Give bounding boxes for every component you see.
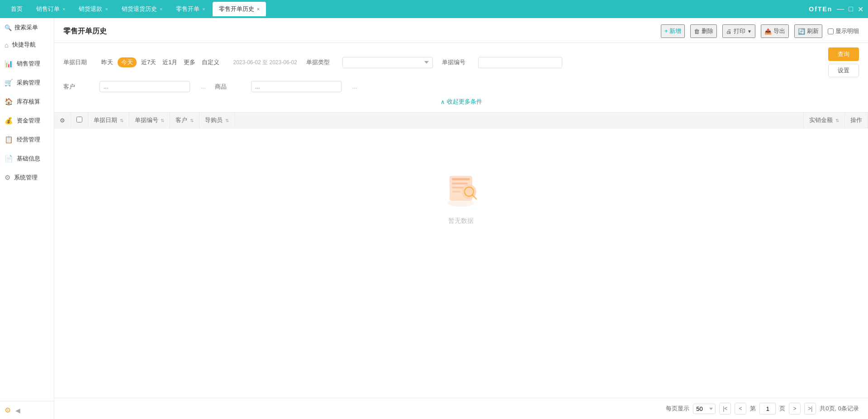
sidebar-item-basic-info[interactable]: 📄基础信息	[0, 149, 54, 168]
sidebar-bottom: ⚙ ◀	[0, 401, 54, 419]
sidebar-item-business[interactable]: 📋经营管理	[0, 130, 54, 149]
table-body: 暂无数据	[54, 128, 868, 262]
th-customer: 客户 ⇅	[170, 113, 199, 128]
query-buttons: 查询 设置	[828, 47, 859, 77]
toolbar: + 新增 🗑 删除 🖨 打印 ▼ 📤 导出 🔄 刷新	[661, 24, 859, 38]
maximize-button[interactable]: □	[849, 5, 853, 13]
date-opt-more[interactable]: 更多	[182, 57, 197, 67]
page-size-select[interactable]: 50 10 20 100	[693, 404, 716, 414]
print-chevron-icon: ▼	[747, 29, 752, 34]
sidebar-icon-business: 📋	[5, 136, 13, 144]
sidebar-item-sales-mgmt[interactable]: 📊销售管理	[0, 54, 54, 73]
delete-button[interactable]: 🗑 删除	[690, 24, 717, 38]
page-label-before: 第	[750, 405, 756, 413]
page-first-button[interactable]: |<	[719, 403, 731, 414]
filter-row-2: 客户 ... 商品 ...	[63, 81, 859, 92]
sidebar-item-inventory[interactable]: 🏠库存核算	[0, 92, 54, 111]
sidebar-search[interactable]: 🔍 搜索采单	[0, 18, 54, 35]
sidebar-item-sys-mgmt[interactable]: ⚙系统管理	[0, 168, 54, 187]
tab-close-sales-return-history[interactable]: ×	[160, 6, 162, 12]
collapse-more-button[interactable]: ∧ 收起更多条件	[63, 96, 859, 108]
th-gear[interactable]: ⚙	[54, 113, 71, 128]
export-button[interactable]: 📤 导出	[761, 24, 789, 38]
doc-type-select[interactable]	[342, 57, 433, 68]
date-opt-yesterday[interactable]: 昨天	[100, 57, 115, 67]
date-filter-label: 单据日期	[63, 58, 90, 66]
show-detail-checkbox[interactable]	[828, 28, 834, 34]
print-button[interactable]: 🖨 打印 ▼	[722, 24, 755, 38]
refresh-label: 刷新	[807, 27, 819, 35]
table-header-row: ⚙ 单据日期 ⇅ 单据编号 ⇅ 客户 ⇅	[54, 113, 868, 128]
th-salesperson: 导购员 ⇅	[199, 113, 234, 128]
amount-sort-icon[interactable]: ⇅	[835, 118, 839, 123]
customer-label: 客户	[63, 83, 90, 91]
sidebar-item-purchase-mgmt[interactable]: 🛒采购管理	[0, 73, 54, 92]
add-button[interactable]: + 新增	[661, 24, 685, 38]
tab-list: 首页销售订单×销货退款×销货退货历史×零售开单×零售开单历史×	[5, 2, 809, 16]
date-opt-last7[interactable]: 近7天	[139, 57, 158, 67]
goods-more-icon[interactable]: ...	[352, 83, 357, 90]
tab-sales-return-history[interactable]: 销货退货历史×	[115, 2, 169, 16]
empty-text: 暂无数据	[448, 217, 474, 225]
customer-more-icon[interactable]: ...	[201, 83, 206, 90]
doc-number-input[interactable]	[478, 57, 562, 68]
filter-settings-button[interactable]: 设置	[828, 64, 859, 77]
page-total-info: 共0页, 0条记录	[820, 405, 859, 413]
date-opt-today[interactable]: 今天	[118, 57, 137, 67]
salesperson-sort-icon[interactable]: ⇅	[225, 118, 229, 123]
goods-label: 商品	[215, 83, 242, 91]
collapse-chevron-icon: ∧	[441, 99, 445, 105]
page-number-input[interactable]: 1	[759, 403, 776, 414]
page-header: 零售开单历史 + 新增 🗑 删除 🖨 打印 ▼ 📤 导出 🔄	[54, 18, 868, 43]
sidebar-label-inventory: 库存核算	[17, 98, 40, 106]
goods-input[interactable]	[251, 81, 342, 92]
pagination-bar: 每页显示 50 10 20 100 |< < 第 1 页 > >| 共0页, 0…	[54, 398, 868, 419]
delete-label: 删除	[702, 27, 713, 35]
collapse-label: 收起更多条件	[447, 98, 482, 106]
sidebar-gear-button[interactable]: ⚙	[5, 406, 11, 414]
number-sort-icon[interactable]: ⇅	[161, 118, 164, 123]
tab-close-sales-order[interactable]: ×	[62, 6, 65, 12]
sidebar-icon-purchase-mgmt: 🛒	[5, 79, 13, 87]
sidebar-item-finance[interactable]: 💰资金管理	[0, 111, 54, 130]
top-bar: 首页销售订单×销货退款×销货退货历史×零售开单×零售开单历史× OfTEn — …	[0, 0, 868, 18]
date-opt-last_month[interactable]: 近1月	[161, 57, 179, 67]
tab-sales-return[interactable]: 销货退款×	[72, 2, 114, 16]
th-check[interactable]	[71, 113, 88, 128]
close-button[interactable]: ✕	[858, 5, 863, 14]
content-area: 零售开单历史 + 新增 🗑 删除 🖨 打印 ▼ 📤 导出 🔄	[54, 18, 868, 419]
sidebar-collapse-button[interactable]: ◀	[15, 407, 20, 414]
th-number: 单据编号 ⇅	[129, 113, 170, 128]
tab-close-retail-open[interactable]: ×	[202, 6, 205, 12]
tab-retail-open[interactable]: 零售开单×	[170, 2, 211, 16]
tab-close-retail-open-history[interactable]: ×	[257, 6, 260, 12]
tab-close-sales-return[interactable]: ×	[105, 6, 108, 12]
refresh-button[interactable]: 🔄 刷新	[794, 24, 822, 38]
empty-illustration	[438, 165, 484, 210]
sidebar-label-purchase-mgmt: 采购管理	[17, 79, 40, 87]
date-sort-icon[interactable]: ⇅	[120, 118, 123, 123]
minimize-button[interactable]: —	[837, 5, 844, 13]
page-label-after: 页	[779, 405, 785, 413]
sidebar-icon-sys-mgmt: ⚙	[5, 174, 10, 182]
tab-sales-order[interactable]: 销售订单×	[30, 2, 71, 16]
tab-home[interactable]: 首页	[5, 2, 29, 16]
sidebar-item-quick-nav[interactable]: ⌂快捷导航	[0, 35, 54, 54]
page-last-button[interactable]: >|	[804, 403, 816, 414]
date-opt-custom[interactable]: 自定义	[200, 57, 221, 67]
table-header: ⚙ 单据日期 ⇅ 单据编号 ⇅ 客户 ⇅	[54, 113, 868, 128]
page-prev-button[interactable]: <	[735, 403, 746, 414]
sidebar-label-sales-mgmt: 销售管理	[17, 60, 40, 68]
table-area: ⚙ 单据日期 ⇅ 单据编号 ⇅ 客户 ⇅	[54, 113, 868, 398]
tab-retail-open-history[interactable]: 零售开单历史×	[213, 2, 266, 16]
empty-state-cell: 暂无数据	[54, 128, 868, 262]
filter-area: 单据日期 昨天今天近7天近1月更多自定义 2023-06-02 至 2023-0…	[54, 43, 868, 113]
show-detail-toggle[interactable]: 显示明细	[828, 27, 859, 35]
th-salesperson-label: 导购员	[205, 117, 223, 123]
query-button[interactable]: 查询	[828, 47, 859, 61]
customer-input[interactable]	[100, 81, 190, 92]
select-all-checkbox[interactable]	[76, 117, 82, 122]
page-next-button[interactable]: >	[789, 403, 801, 414]
th-amount-label: 实销金额	[809, 117, 833, 123]
customer-sort-icon[interactable]: ⇅	[190, 118, 194, 123]
